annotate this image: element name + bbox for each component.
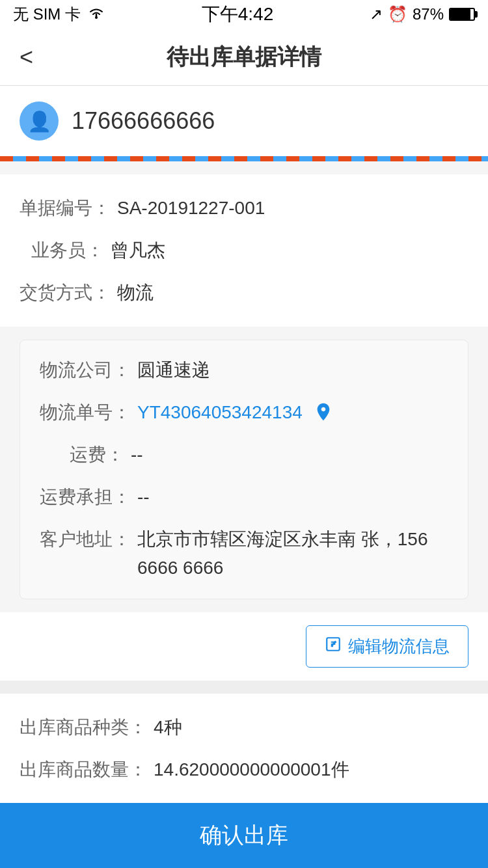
tracking-no-label: 物流单号： bbox=[40, 398, 131, 427]
edit-btn-label: 编辑物流信息 bbox=[348, 635, 450, 658]
status-left: 无 SIM 卡 bbox=[13, 4, 105, 25]
address-label: 客户地址： bbox=[40, 525, 131, 554]
logistics-card: 物流公司： 圆通速递 物流单号： YT43064053424134 运费： --… bbox=[20, 340, 468, 599]
salesman-row: 业务员： 曾凡杰 bbox=[20, 236, 468, 265]
goods-quantity-row: 出库商品数量： 14.620000000000001件 bbox=[20, 755, 468, 785]
svg-point-0 bbox=[95, 16, 98, 19]
battery-percent: 87% bbox=[413, 5, 444, 23]
confirm-btn-label: 确认出库 bbox=[200, 821, 288, 850]
delivery-method-row: 交货方式： 物流 bbox=[20, 278, 468, 308]
confirm-btn-bar[interactable]: 确认出库 bbox=[0, 803, 488, 868]
logistics-company-row: 物流公司： 圆通速递 bbox=[40, 356, 448, 385]
delivery-method-value: 物流 bbox=[117, 278, 468, 308]
wifi-icon bbox=[87, 5, 105, 23]
freight-row: 运费： -- bbox=[40, 441, 448, 470]
goods-quantity-label: 出库商品数量： bbox=[20, 755, 147, 785]
customer-phone: 17666666666 bbox=[72, 107, 215, 135]
nav-bar: < 待出库单据详情 bbox=[0, 29, 488, 86]
time-display: 下午4:42 bbox=[202, 2, 274, 27]
edit-icon bbox=[325, 636, 342, 657]
back-button[interactable]: < bbox=[20, 44, 33, 71]
location-status-icon: ↗ bbox=[370, 5, 383, 23]
customer-header: 👤 17666666666 bbox=[0, 86, 488, 156]
salesman-value: 曾凡杰 bbox=[111, 236, 468, 265]
freight-bear-label: 运费承担： bbox=[40, 483, 131, 512]
freight-bear-value: -- bbox=[137, 483, 448, 512]
map-pin-icon[interactable] bbox=[313, 401, 336, 425]
page-title: 待出库单据详情 bbox=[167, 42, 321, 72]
edit-logistics-button[interactable]: 编辑物流信息 bbox=[306, 625, 468, 668]
dashed-divider bbox=[0, 156, 488, 161]
avatar: 👤 bbox=[20, 102, 59, 141]
logistics-company-label: 物流公司： bbox=[40, 356, 131, 385]
goods-type-label: 出库商品种类： bbox=[20, 713, 147, 742]
alarm-icon: ⏰ bbox=[388, 5, 407, 23]
address-row: 客户地址： 北京市市辖区海淀区永丰南 张，156 6666 6666 bbox=[40, 525, 448, 584]
address-value: 北京市市辖区海淀区永丰南 张，156 6666 6666 bbox=[137, 525, 448, 584]
goods-section: 出库商品种类： 4种 出库商品数量： 14.620000000000001件 bbox=[0, 694, 488, 804]
tracking-no-row: 物流单号： YT43064053424134 bbox=[40, 398, 448, 427]
goods-type-row: 出库商品种类： 4种 bbox=[20, 713, 468, 742]
status-right: ↗ ⏰ 87% bbox=[370, 5, 475, 23]
order-no-value: SA-20191227-001 bbox=[117, 194, 468, 223]
freight-value: -- bbox=[131, 441, 448, 470]
delivery-method-label: 交货方式： bbox=[20, 278, 111, 308]
section-divider bbox=[0, 681, 488, 694]
order-no-label: 单据编号： bbox=[20, 194, 111, 223]
status-bar: 无 SIM 卡 下午4:42 ↗ ⏰ 87% bbox=[0, 0, 488, 29]
carrier-label: 无 SIM 卡 bbox=[13, 4, 81, 25]
freight-bear-row: 运费承担： -- bbox=[40, 483, 448, 512]
logistics-company-value: 圆通速递 bbox=[137, 356, 448, 385]
edit-btn-container: 编辑物流信息 bbox=[0, 612, 488, 681]
salesman-label: 业务员： bbox=[20, 236, 104, 265]
order-no-row: 单据编号： SA-20191227-001 bbox=[20, 194, 468, 223]
freight-label: 运费： bbox=[40, 441, 124, 470]
goods-quantity-value: 14.620000000000001件 bbox=[154, 755, 468, 785]
goods-type-value: 4种 bbox=[154, 713, 468, 742]
battery-icon bbox=[449, 8, 475, 21]
tracking-no-value: YT43064053424134 bbox=[137, 398, 448, 427]
avatar-icon: 👤 bbox=[27, 110, 51, 133]
order-info-section: 单据编号： SA-20191227-001 业务员： 曾凡杰 交货方式： 物流 bbox=[0, 174, 488, 327]
